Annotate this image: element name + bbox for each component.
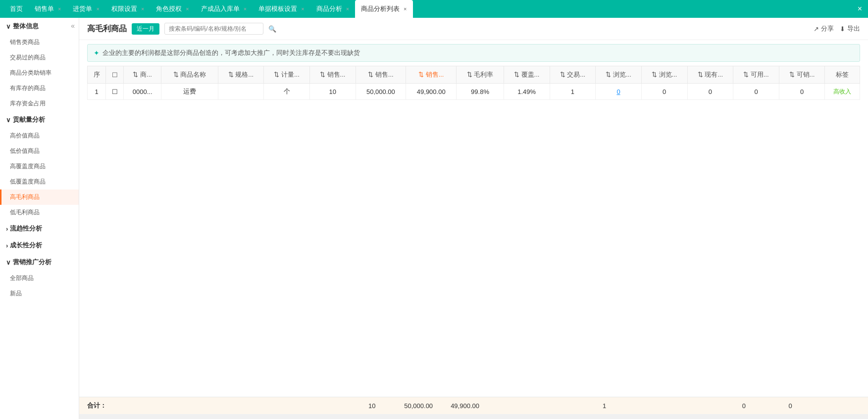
sidebar-item-category-rate[interactable]: 商品分类助销率	[0, 65, 79, 81]
footer-empty-margin	[488, 402, 535, 410]
close-icon[interactable]: ×	[96, 6, 99, 12]
footer-cell-empty2	[163, 402, 209, 410]
sidebar-item-low-margin[interactable]: 低毛利商品	[0, 205, 79, 220]
sidebar-item-high-coverage[interactable]: 高覆盖度商品	[0, 159, 79, 174]
sidebar-item-sales-goods[interactable]: 销售类商品	[0, 35, 79, 50]
nav-tab-sales[interactable]: 销售单 ×	[29, 0, 67, 18]
horizontal-scrollbar[interactable]	[79, 414, 868, 419]
search-icon[interactable]: 🔍	[268, 25, 276, 33]
sidebar-item-all-goods[interactable]: 全部商品	[0, 271, 79, 286]
nav-tab-role[interactable]: 角色授权 ×	[150, 0, 195, 18]
top-nav-bar: 首页 销售单 × 进货单 × 权限设置 × 角色授权 × 产成品入库单 × 单据…	[0, 0, 868, 18]
col-spec[interactable]: ⇅ 规格...	[218, 66, 264, 84]
col-gross-margin[interactable]: ⇅ 毛利率	[457, 66, 504, 84]
export-button[interactable]: ⬇ 导出	[840, 24, 860, 33]
close-icon[interactable]: ×	[346, 6, 349, 12]
footer-cell-empty5	[303, 402, 349, 410]
cell-view2: 0	[641, 84, 687, 100]
sort-icon: ⇅	[274, 71, 279, 78]
cell-unit: 个	[264, 84, 310, 100]
close-icon[interactable]: ×	[244, 6, 247, 12]
col-coverage[interactable]: ⇅ 覆盖...	[504, 66, 550, 84]
sidebar-item-high-value[interactable]: 高价值商品	[0, 128, 79, 143]
info-banner: ✦ 企业的主要的利润都是这部分商品创造的，可考虑加大推广，同时关注库存是不要出现…	[87, 44, 860, 62]
sidebar-item-high-margin[interactable]: 高毛利商品	[0, 189, 79, 205]
nav-tab-home[interactable]: 首页	[4, 0, 29, 18]
close-icon[interactable]: ×	[404, 6, 407, 12]
sort-icon: ⇅	[368, 71, 373, 78]
sidebar-group-contribution[interactable]: ∨ 贡献量分析	[0, 111, 79, 128]
footer-trade-count: 1	[581, 402, 628, 410]
col-current-stock[interactable]: ⇅ 现有...	[687, 66, 733, 84]
content-header: 高毛利商品 近一月 🔍 ↗ 分享 ⬇ 导出	[79, 18, 868, 40]
col-name[interactable]: ⇅ 商品名称	[161, 66, 218, 84]
close-icon[interactable]: ×	[186, 6, 189, 12]
nav-tab-template[interactable]: 单据模板设置 ×	[253, 0, 310, 18]
cell-available-stock: 0	[733, 84, 779, 100]
export-icon: ⬇	[840, 25, 845, 33]
cell-checkbox[interactable]: ☐	[106, 84, 124, 100]
sidebar-item-low-value[interactable]: 低价值商品	[0, 143, 79, 159]
cell-sale-profit: 49,900.00	[406, 84, 457, 100]
sidebar-group-overall[interactable]: ∨ 整体信息	[0, 18, 79, 35]
close-icon[interactable]: ×	[301, 6, 304, 12]
nav-tab-purchase[interactable]: 进货单 ×	[67, 0, 105, 18]
nav-tab-product-analysis[interactable]: 商品分析 ×	[310, 0, 355, 18]
sidebar-item-traded-goods[interactable]: 交易过的商品	[0, 50, 79, 65]
table-header-row: 序 ☐ ⇅ 商... ⇅ 商品名称 ⇅ 规格... ⇅ 计量... ⇅ 销售..…	[88, 66, 860, 84]
cell-view1[interactable]: 0	[596, 84, 642, 100]
sidebar-item-stock-goods[interactable]: 有库存的商品	[0, 81, 79, 96]
col-sellable-stock[interactable]: ⇅ 可销...	[779, 66, 825, 84]
sidebar-group-marketing[interactable]: ∨ 营销推广分析	[0, 254, 79, 271]
nav-tab-product-analysis-list[interactable]: 商品分析列表 ×	[355, 0, 412, 18]
nav-tab-permissions[interactable]: 权限设置 ×	[105, 0, 150, 18]
cell-tag: 高收入	[825, 84, 860, 100]
sort-icon: ⇅	[173, 71, 179, 78]
col-sale-qty[interactable]: ⇅ 销售...	[309, 66, 356, 84]
sidebar: « ∨ 整体信息 销售类商品 交易过的商品 商品分类助销率 有库存的商品 库存资…	[0, 18, 79, 419]
close-icon[interactable]: ×	[141, 6, 144, 12]
col-sale-amount[interactable]: ⇅ 销售...	[356, 66, 406, 84]
col-checkbox[interactable]: ☐	[106, 66, 124, 84]
search-input[interactable]	[164, 23, 263, 35]
footer-cell-empty1	[116, 402, 163, 410]
sidebar-item-low-coverage[interactable]: 低覆盖度商品	[0, 174, 79, 189]
col-code[interactable]: ⇅ 商...	[124, 66, 161, 84]
col-view1[interactable]: ⇅ 浏览...	[596, 66, 642, 84]
chevron-right-icon: ›	[6, 225, 8, 233]
period-button[interactable]: 近一月	[132, 23, 159, 35]
sidebar-group-trend[interactable]: › 流趋性分析	[0, 220, 79, 237]
window-close-icon[interactable]: ×	[858, 4, 862, 13]
col-tag: 标签	[825, 66, 860, 84]
sort-icon: ⇅	[467, 71, 472, 78]
sort-icon: ⇅	[320, 71, 325, 78]
nav-tab-product-storage[interactable]: 产成品入库单 ×	[195, 0, 253, 18]
close-icon[interactable]: ×	[58, 6, 61, 12]
footer-empty-view1	[628, 402, 674, 410]
col-trade-count[interactable]: ⇅ 交易...	[550, 66, 596, 84]
footer-empty-coverage	[535, 402, 581, 410]
cell-current-stock: 0	[687, 84, 733, 100]
sort-icon: ⇅	[514, 71, 519, 78]
sort-icon: ⇅	[698, 71, 703, 78]
col-available-stock[interactable]: ⇅ 可用...	[733, 66, 779, 84]
col-view2[interactable]: ⇅ 浏览...	[641, 66, 687, 84]
share-button[interactable]: ↗ 分享	[814, 24, 834, 33]
sidebar-group-growth[interactable]: › 成长性分析	[0, 237, 79, 254]
share-icon: ↗	[814, 25, 819, 33]
page-title: 高毛利商品	[87, 24, 127, 34]
data-table: 序 ☐ ⇅ 商... ⇅ 商品名称 ⇅ 规格... ⇅ 计量... ⇅ 销售..…	[87, 66, 860, 100]
footer-sale-amount: 50,000.00	[395, 402, 442, 410]
cell-spec	[218, 84, 264, 100]
col-index: 序	[88, 66, 106, 84]
footer-totals: 合计： 10 50,000.00 49,900.00 1 0 0	[79, 397, 868, 414]
col-unit[interactable]: ⇅ 计量...	[264, 66, 310, 84]
sidebar-collapse-icon[interactable]: «	[71, 22, 75, 30]
cell-index: 1	[88, 84, 106, 100]
content-area: 高毛利商品 近一月 🔍 ↗ 分享 ⬇ 导出 ✦ 企业的主要的利润都是这部分商品创…	[79, 18, 868, 419]
sidebar-item-new-goods[interactable]: 新品	[0, 286, 79, 301]
col-sale-profit[interactable]: ⇅ 销售...	[406, 66, 457, 84]
chevron-down-icon: ∨	[6, 23, 11, 30]
cell-sellable-stock: 0	[779, 84, 825, 100]
sidebar-item-stock-capital[interactable]: 库存资金占用	[0, 96, 79, 111]
